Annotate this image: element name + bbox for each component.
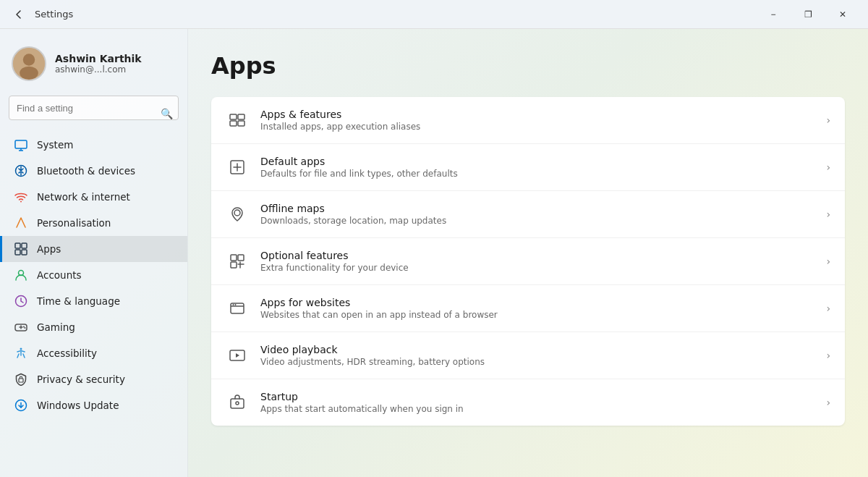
svg-rect-26	[238, 121, 244, 126]
svg-point-28	[234, 210, 240, 216]
video-playback-desc: Video adjustments, HDR streaming, batter…	[260, 357, 814, 367]
sidebar-item-bluetooth[interactable]: Bluetooth & devices	[0, 158, 187, 184]
chevron-icon: ›	[826, 256, 830, 267]
chevron-icon: ›	[826, 161, 830, 173]
sidebar-item-accounts[interactable]: Accounts	[0, 262, 187, 288]
optional-features-title: Optional features	[260, 250, 814, 261]
chevron-icon: ›	[826, 350, 830, 361]
sidebar-item-label-apps: Apps	[37, 243, 176, 255]
svg-point-1	[23, 54, 35, 66]
sidebar-item-label-privacy: Privacy & security	[37, 373, 176, 385]
user-info: Ashwin Karthik ashwin@...l.com	[55, 53, 176, 75]
svg-rect-9	[22, 243, 27, 248]
svg-point-18	[25, 327, 26, 329]
optional-features-desc: Extra functionality for your device	[260, 263, 814, 273]
offline-maps-title: Offline maps	[260, 203, 814, 214]
accessibility-icon	[14, 346, 28, 360]
sidebar-item-network[interactable]: Network & internet	[0, 184, 187, 210]
sidebar-item-label-accounts: Accounts	[37, 269, 176, 281]
settings-item-offline-maps[interactable]: Offline maps Downloads, storage location…	[211, 191, 845, 238]
sidebar-item-update[interactable]: Windows Update	[0, 392, 187, 418]
svg-rect-31	[231, 262, 237, 268]
back-button[interactable]	[9, 4, 29, 25]
svg-rect-10	[15, 250, 20, 255]
sidebar-nav: System Bluetooth & devices	[0, 132, 187, 418]
svg-point-2	[20, 67, 38, 80]
time-icon	[14, 294, 28, 308]
window-controls: − ❐ ✕	[757, 3, 859, 26]
offline-maps-text: Offline maps Downloads, storage location…	[260, 203, 814, 226]
optional-features-icon	[226, 250, 249, 273]
sidebar-item-gaming[interactable]: Gaming	[0, 314, 187, 340]
close-button[interactable]: ✕	[826, 3, 859, 26]
svg-rect-11	[22, 250, 27, 255]
startup-title: Startup	[260, 391, 814, 402]
settings-item-apps-features[interactable]: Apps & features Installed apps, app exec…	[211, 97, 845, 144]
avatar	[12, 46, 46, 81]
sidebar-item-privacy[interactable]: Privacy & security	[0, 366, 187, 392]
svg-point-33	[233, 304, 234, 305]
sidebar-item-time[interactable]: Time & language	[0, 288, 187, 314]
settings-item-default-apps[interactable]: Default apps Defaults for file and link …	[211, 144, 845, 191]
offline-maps-desc: Downloads, storage location, map updates	[260, 216, 814, 226]
minimize-button[interactable]: −	[757, 3, 790, 26]
update-icon	[14, 398, 28, 413]
apps-features-text: Apps & features Installed apps, app exec…	[260, 109, 814, 132]
chevron-icon: ›	[826, 303, 830, 314]
personalisation-icon	[14, 216, 28, 230]
svg-point-34	[235, 304, 237, 305]
accounts-icon	[14, 268, 28, 282]
sidebar-item-personalisation[interactable]: Personalisation	[0, 210, 187, 236]
svg-rect-24	[238, 114, 244, 119]
default-apps-title: Default apps	[260, 156, 814, 167]
settings-item-optional-features[interactable]: Optional features Extra functionality fo…	[211, 238, 845, 285]
apps-features-desc: Installed apps, app execution aliases	[260, 122, 814, 132]
maximize-button[interactable]: ❐	[791, 3, 825, 26]
svg-rect-29	[231, 255, 237, 261]
title-bar-left: Settings	[9, 4, 73, 25]
sidebar-item-label-system: System	[37, 139, 176, 151]
startup-desc: Apps that start automatically when you s…	[260, 404, 814, 414]
settings-item-video-playback[interactable]: Video playback Video adjustments, HDR st…	[211, 332, 845, 379]
svg-rect-25	[230, 121, 237, 126]
app-container: Ashwin Karthik ashwin@...l.com 🔍 Syste	[0, 29, 868, 477]
user-profile[interactable]: Ashwin Karthik ashwin@...l.com	[0, 41, 187, 96]
sidebar-item-system[interactable]: System	[0, 132, 187, 158]
search-input[interactable]	[9, 96, 179, 120]
settings-item-startup[interactable]: Startup Apps that start automatically wh…	[211, 379, 845, 426]
chevron-icon: ›	[826, 114, 830, 126]
page-title: Apps	[211, 52, 845, 80]
apps-features-title: Apps & features	[260, 109, 814, 120]
user-name: Ashwin Karthik	[55, 53, 176, 64]
startup-text: Startup Apps that start automatically wh…	[260, 391, 814, 414]
gaming-icon	[14, 320, 28, 334]
default-apps-icon	[226, 156, 249, 179]
window-title: Settings	[35, 9, 73, 20]
svg-point-37	[236, 402, 239, 405]
settings-list: Apps & features Installed apps, app exec…	[211, 97, 845, 426]
main-content: Apps Apps & features Installed apps, app…	[188, 29, 868, 477]
apps-websites-desc: Websites that can open in an app instead…	[260, 310, 814, 320]
svg-rect-30	[238, 255, 244, 261]
sidebar-item-accessibility[interactable]: Accessibility	[0, 340, 187, 366]
svg-point-17	[23, 326, 25, 328]
sidebar: Ashwin Karthik ashwin@...l.com 🔍 Syste	[0, 29, 188, 477]
sidebar-item-apps[interactable]: Apps	[0, 236, 187, 262]
settings-item-apps-websites[interactable]: Apps for websites Websites that can open…	[211, 285, 845, 332]
bluetooth-icon	[14, 164, 28, 178]
privacy-icon	[14, 372, 28, 387]
system-icon	[14, 138, 28, 152]
default-apps-desc: Defaults for file and link types, other …	[260, 169, 814, 179]
apps-icon	[14, 242, 28, 256]
chevron-icon: ›	[826, 397, 830, 408]
sidebar-item-label-time: Time & language	[37, 295, 176, 307]
svg-rect-23	[230, 114, 237, 119]
sidebar-item-label-personalisation: Personalisation	[37, 217, 176, 229]
apps-websites-title: Apps for websites	[260, 297, 814, 308]
sidebar-item-label-network: Network & internet	[37, 191, 176, 203]
video-playback-text: Video playback Video adjustments, HDR st…	[260, 344, 814, 367]
svg-point-7	[20, 201, 22, 203]
sidebar-item-label-update: Windows Update	[37, 400, 176, 411]
video-playback-title: Video playback	[260, 344, 814, 355]
svg-rect-8	[15, 243, 20, 248]
